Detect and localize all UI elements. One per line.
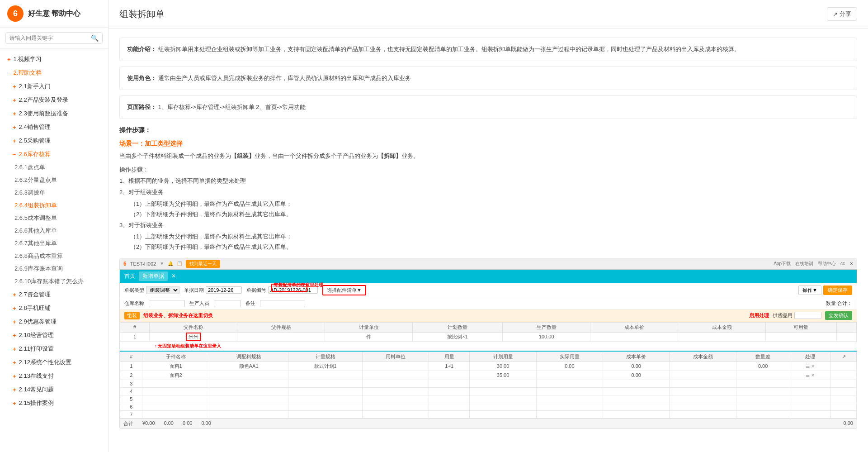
- annotation-switch-label: 组装业务、拆卸业务在这里切换: [143, 312, 213, 319]
- path-text: 1、库存核算->库存管理->组装拆卸单 2、首页->常用功能: [158, 104, 306, 110]
- ss-form-row2: 仓库名称 生产人员 备注 数量 合计：: [120, 298, 857, 309]
- sidebar-item-2-6-6[interactable]: 2.6.6其他入库单: [0, 224, 108, 237]
- sidebar-item-2-6-7[interactable]: 2.6.7其他出库单: [0, 237, 108, 250]
- sidebar-item-2-6-9[interactable]: 2.6.9库存账本查询: [0, 262, 108, 275]
- ss-app-id: TEST-H002: [130, 261, 156, 266]
- sidebar-item-2-15[interactable]: + 2.15操作案例: [0, 396, 108, 410]
- func-intro-text: 组装拆卸单用来处理企业组装或拆卸等加工业务，支持有固定装配清单的产品加工业务，也…: [158, 46, 740, 52]
- path-label: 页面路径：: [127, 104, 156, 110]
- search-input[interactable]: [9, 35, 91, 41]
- ss-section-tag: 组装: [124, 312, 140, 319]
- sidebar-item-video[interactable]: + 1.视频学习: [0, 52, 108, 66]
- sidebar-item-2-6-5[interactable]: 2.6.5成本调整单: [0, 212, 108, 224]
- ops-steps: 操作步骤： 1、根据不同的业务，选择不同单据的类型来处理 2、对于组装业务 （1…: [119, 164, 857, 252]
- table-row: 3: [120, 380, 857, 387]
- sidebar-item-2-6-10[interactable]: 2.6.10库存账本错了怎么办: [0, 275, 108, 288]
- ss-warehouse-input[interactable]: [149, 300, 185, 307]
- ops-step-2-1: （1）上部明细为父件明细，最终作为产成品生成其它入库单；: [130, 199, 857, 209]
- table-row: 1 面料1 颜色AA1 款式计划1 1+1 30.00 0.00 0.00 0.…: [120, 362, 857, 371]
- ss-section-bar: 组装 组装业务、拆卸业务在这里切换 启用处理 供货品用 立发确认: [120, 309, 857, 322]
- ops-step-2-2: （2）下部明细为子件明细，最终作为原材料生成其它出库单。: [130, 209, 857, 219]
- sidebar-item-2-6-8[interactable]: 2.6.8商品成本重算: [0, 250, 108, 262]
- sidebar-item-2-5[interactable]: + 2.5采购管理: [0, 134, 108, 147]
- ss-enable-field: 供货品用: [773, 312, 821, 319]
- scene1-title: 场景一：加工类型选择: [119, 140, 857, 148]
- ss-right-bar: App下载 在线培训 帮助中心 cc ✕: [774, 261, 853, 267]
- main-content: 组装拆卸单 ↗ 分享 功能介绍： 组装拆卸单用来处理企业组装或拆卸等加工业务，支…: [108, 0, 868, 452]
- table-row: 1 米米 件 按比例×1 100.00: [120, 332, 857, 341]
- sidebar-item-2-6-3[interactable]: 2.6.3调拨单: [0, 186, 108, 199]
- ops-step-2: 2、对于组装业务: [119, 187, 857, 197]
- ops-step-1: 1、根据不同的业务，选择不同单据的类型来处理: [119, 176, 857, 186]
- sidebar-item-2-7[interactable]: + 2.7资金管理: [0, 288, 108, 301]
- annotation-bom-label: 有装配清单的在这里处理: [274, 282, 323, 288]
- func-intro-block: 功能介绍： 组装拆卸单用来处理企业组装或拆卸等加工业务，支持有固定装配清单的产品…: [119, 38, 857, 61]
- ss-lower-table: # 子件名称 调配料规格 计量规格 用料单位 用量 计划用量 实际用量 成本单价…: [120, 352, 857, 419]
- ss-worker-input[interactable]: [214, 300, 241, 307]
- sidebar-item-2-3[interactable]: + 2.3使用前数据准备: [0, 107, 108, 120]
- ops-step-3-2: （2）下部明细为子件明细，最终作为产成品生成其它入库单。: [130, 242, 857, 252]
- ss-more-btn[interactable]: 操作▼: [798, 285, 821, 295]
- ss-title-bar: 首页 新增单据 ✕: [120, 270, 857, 283]
- ss-enable-input[interactable]: [794, 312, 821, 319]
- logo-icon: 6: [7, 5, 24, 22]
- sidebar-item-2-12[interactable]: + 2.12系统个性化设置: [0, 356, 108, 369]
- ss-active-tab[interactable]: 新增单据: [139, 271, 168, 281]
- ss-save-btn[interactable]: 确定保存: [823, 285, 852, 295]
- share-button[interactable]: ↗ 分享: [827, 7, 857, 21]
- sidebar-item-2-13[interactable]: + 2.13在线支付: [0, 369, 108, 383]
- ss-find-btn[interactable]: 找到最近一天: [186, 260, 220, 268]
- sidebar-item-2-6[interactable]: − 2.6库存核算: [0, 147, 108, 161]
- sidebar-item-2-4[interactable]: + 2.4销售管理: [0, 120, 108, 134]
- ss-form-area: 单据类型 组装调整 单据日期 单据编号 选择配件清单▼: [120, 283, 857, 298]
- ops-step-3-1: （1）上部明细为父件明细，最终作为原材料生成其它出库单；: [130, 231, 857, 242]
- ops-step-label: 操作步骤：: [119, 164, 857, 175]
- search-box[interactable]: 🔍: [5, 32, 103, 44]
- ops-section-title: 操作步骤：: [119, 126, 857, 134]
- ss-action-btns: 操作▼ 确定保存: [798, 285, 852, 295]
- sidebar-nav: + 1.视频学习 − 2.帮助文档 + 2.1新手入门 + 2.2产品安装及登录…: [0, 49, 108, 452]
- ss-bom-btn[interactable]: 选择配件清单▼: [322, 285, 366, 295]
- role-text: 通常由生产人员或库管人员完成拆装业务的操作，库管人员确认原材料的出库和产成品的入…: [158, 75, 411, 81]
- sidebar-item-2-6-2[interactable]: 2.6.2分量盘点单: [0, 174, 108, 186]
- sidebar-header: 6 好生意 帮助中心: [0, 0, 108, 28]
- sidebar-item-2-11[interactable]: + 2.11打印设置: [0, 342, 108, 356]
- path-block: 页面路径： 1、库存核算->库存管理->组装拆卸单 2、首页->常用功能: [119, 95, 857, 119]
- table-row: 2 面料2 35.00 0.00 ☰ ✕: [120, 371, 857, 380]
- content-area: 功能介绍： 组装拆卸单用来处理企业组装或拆卸等加工业务，支持有固定装配清单的产品…: [108, 29, 868, 452]
- search-area: 🔍: [0, 28, 108, 49]
- page-title: 组装拆卸单: [119, 8, 165, 20]
- sidebar-item-2-10[interactable]: + 2.10经营管理: [0, 328, 108, 342]
- sidebar-item-docs[interactable]: − 2.帮助文档: [0, 66, 108, 80]
- table-row: 4: [120, 387, 857, 395]
- page-header: 组装拆卸单 ↗ 分享: [108, 0, 868, 29]
- brand-name: 好生意 帮助中心: [28, 9, 80, 19]
- ss-bom-field: 选择配件清单▼: [322, 285, 366, 295]
- sidebar-item-2-6-4[interactable]: 2.6.4组装拆卸单: [0, 199, 108, 212]
- sidebar-item-2-14[interactable]: + 2.14常见问题: [0, 383, 108, 396]
- ss-bottom-bar: 合计 ¥0.00 0.00 0.00 0.00 0.00: [120, 419, 857, 428]
- sidebar-item-2-9[interactable]: + 2.9优惠券管理: [0, 315, 108, 328]
- ss-upper-table-area: # 父件名称 父件规格 计量单位 计划数量 生产数量 成本单价 成本金额 可用量: [120, 322, 857, 342]
- role-block: 使用角色： 通常由生产人员或库管人员完成拆装业务的操作，库管人员确认原材料的出库…: [119, 67, 857, 90]
- sidebar-item-2-6-1[interactable]: 2.6.1盘点单: [0, 161, 108, 174]
- ops-step-3: 3、对于拆装业务: [119, 220, 857, 230]
- ss-upper-table: # 父件名称 父件规格 计量单位 计划数量 生产数量 成本单价 成本金额 可用量: [120, 322, 857, 342]
- ss-app-logo: 6: [123, 261, 127, 267]
- sidebar-item-2-8[interactable]: + 2.8手机旺铺: [0, 301, 108, 315]
- ss-lower-table-area: # 子件名称 调配料规格 计量规格 用料单位 用量 计划用量 实际用量 成本单价…: [120, 351, 857, 419]
- scene1-desc: 当由多个子件材料组装成一个成品的业务为【组装】业务，当由一个父件拆分成多个子产品…: [119, 151, 857, 161]
- search-icon[interactable]: 🔍: [91, 34, 99, 42]
- annotation-no-bom: ↑ 无固定活动组装清单在这里录入: [120, 342, 857, 351]
- ss-confirm-btn[interactable]: 立发确认: [825, 311, 852, 320]
- table-row: 7: [120, 410, 857, 418]
- ss-date-field: 单据日期: [184, 286, 242, 294]
- ss-remark-input[interactable]: [260, 300, 305, 307]
- sidebar-item-2-2[interactable]: + 2.2产品安装及登录: [0, 93, 108, 107]
- sidebar-item-2-1[interactable]: + 2.1新手入门: [0, 80, 108, 93]
- table-row: 5: [120, 395, 857, 403]
- ss-type-select[interactable]: 组装调整: [146, 286, 179, 294]
- screenshot: 6 TEST-H002 ▼ 🔔 📋 找到最近一天 App下载 在线培训 帮助中心…: [119, 258, 857, 429]
- func-intro-label: 功能介绍：: [127, 46, 156, 52]
- ss-date-input[interactable]: [206, 286, 242, 294]
